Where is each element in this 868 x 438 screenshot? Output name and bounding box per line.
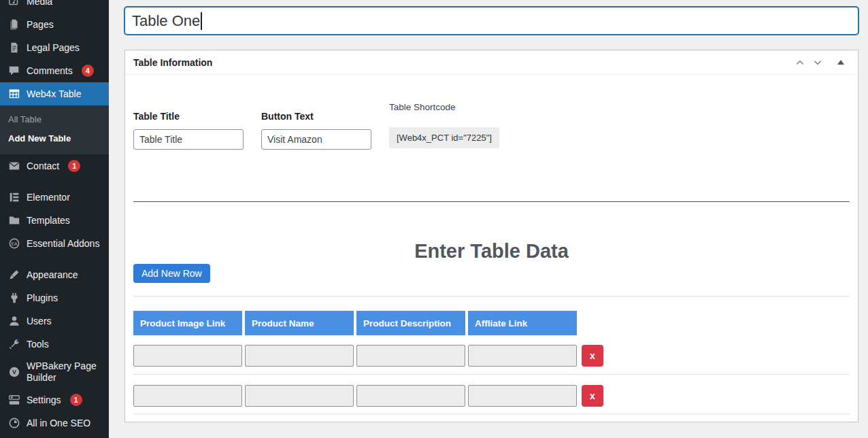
sidebar-item-label: Elementor xyxy=(27,192,70,203)
section-divider xyxy=(133,201,850,202)
column-header-affliate-link: Affliate Link xyxy=(468,311,577,335)
row-divider xyxy=(133,374,850,375)
main-content: Table One Table Information Table Tit xyxy=(109,0,868,438)
table-title-input[interactable] xyxy=(133,129,244,150)
sidebar-subitem-all-table[interactable]: All Table xyxy=(0,110,109,129)
sidebar-item-appearance[interactable]: Appearance xyxy=(0,263,109,286)
web4x-table-submenu: All Table Add New Table xyxy=(0,105,109,154)
triangle-up-icon xyxy=(837,60,844,65)
templates-folder-icon xyxy=(8,214,20,226)
table-header-row: Product Image Link Product Name Product … xyxy=(133,311,850,335)
sidebar-item-label: Contact xyxy=(27,161,59,172)
settings-count-badge: 1 xyxy=(70,394,82,406)
row1-product-description-input[interactable] xyxy=(356,345,465,367)
sidebar-item-label: Plugins xyxy=(27,292,58,304)
legal-pages-icon xyxy=(8,41,20,54)
essential-addons-icon: EA xyxy=(8,237,20,250)
users-icon xyxy=(8,315,20,327)
pages-icon xyxy=(8,18,20,31)
settings-fields: Table Title Button Text Table Shortcode … xyxy=(133,111,850,150)
row2-product-description-input[interactable] xyxy=(356,385,465,407)
table-row: x xyxy=(133,385,850,407)
shortcode-label: Table Shortcode xyxy=(389,102,499,113)
table-row: x xyxy=(133,345,850,367)
table-icon xyxy=(8,88,20,100)
table-top-divider xyxy=(133,296,850,297)
sidebar-item-contact[interactable]: Contact 1 xyxy=(0,154,109,178)
text-caret xyxy=(201,12,202,30)
elementor-icon xyxy=(8,191,20,203)
sidebar-item-settings[interactable]: Settings 1 xyxy=(0,388,109,411)
sidebar-item-essential-addons[interactable]: EA Essential Addons xyxy=(0,232,109,255)
row2-product-image-link-input[interactable] xyxy=(133,385,242,407)
sidebar-item-elementor[interactable]: Elementor xyxy=(0,186,109,209)
contact-icon xyxy=(8,160,20,172)
settings-icon xyxy=(8,394,20,406)
sidebar-item-label: Essential Addons xyxy=(27,238,99,250)
sidebar-item-all-in-one-seo[interactable]: All in One SEO xyxy=(0,411,109,435)
sidebar-item-web4x-table[interactable]: Web4x Table xyxy=(0,82,109,105)
delete-row-button[interactable]: x xyxy=(582,385,603,407)
sidebar-item-label: Media xyxy=(27,0,52,7)
row1-affliate-link-input[interactable] xyxy=(468,345,577,367)
media-icon xyxy=(8,0,20,7)
row2-affliate-link-input[interactable] xyxy=(468,385,577,407)
admin-sidebar: Media Pages Legal Pages Comments 4 Web4x… xyxy=(0,0,109,438)
move-panel-up-button[interactable] xyxy=(791,54,809,71)
button-text-field: Button Text xyxy=(261,111,371,150)
row1-product-name-input[interactable] xyxy=(245,345,354,367)
svg-text:EA: EA xyxy=(11,241,18,246)
chevron-up-icon xyxy=(794,56,806,69)
sidebar-item-pages[interactable]: Pages xyxy=(0,13,109,36)
column-header-product-name: Product Name xyxy=(245,311,354,335)
add-new-row-button[interactable]: Add New Row xyxy=(133,264,210,283)
panel-title: Table Information xyxy=(133,57,212,68)
move-panel-down-button[interactable] xyxy=(809,54,827,71)
comments-icon xyxy=(8,65,20,77)
toggle-panel-button[interactable] xyxy=(832,54,850,71)
column-header-product-description: Product Description xyxy=(356,311,465,335)
row1-product-image-link-input[interactable] xyxy=(133,345,242,367)
sidebar-item-comments[interactable]: Comments 4 xyxy=(0,59,109,82)
post-title-input[interactable]: Table One xyxy=(124,7,858,35)
sidebar-item-label: Comments xyxy=(27,65,73,77)
wpbakery-icon: V xyxy=(8,366,20,378)
sidebar-item-label: Templates xyxy=(27,215,70,226)
sidebar-subitem-add-new-table[interactable]: Add New Table xyxy=(0,129,109,148)
sidebar-item-media[interactable]: Media xyxy=(0,0,109,13)
sidebar-item-legal-pages[interactable]: Legal Pages xyxy=(0,36,109,59)
panel-header: Table Information xyxy=(125,50,858,75)
post-title-text: Table One xyxy=(132,12,200,30)
shortcode-value: [Web4x_PCT id="7225"] xyxy=(389,127,499,148)
row2-product-name-input[interactable] xyxy=(245,385,354,407)
sidebar-item-label: Settings xyxy=(27,394,61,406)
row-divider xyxy=(133,414,850,414)
svg-text:V: V xyxy=(12,369,16,375)
comments-count-badge: 4 xyxy=(82,65,94,77)
sidebar-item-label: Pages xyxy=(27,19,54,31)
sidebar-item-wpbakery[interactable]: V WPBakery Page Builder xyxy=(0,356,109,388)
sidebar-item-plugins[interactable]: Plugins xyxy=(0,286,109,309)
aioseo-icon xyxy=(8,417,20,429)
tools-wrench-icon xyxy=(8,338,20,350)
menu-separator xyxy=(0,178,109,186)
sidebar-item-label: All in One SEO xyxy=(27,418,90,429)
table-data-heading: Enter Table Data xyxy=(133,239,850,263)
sidebar-item-users[interactable]: Users xyxy=(0,309,109,333)
sidebar-item-label: Legal Pages xyxy=(27,42,80,54)
sidebar-item-tools[interactable]: Tools xyxy=(0,333,109,356)
appearance-brush-icon xyxy=(8,269,20,281)
table-title-field: Table Title xyxy=(133,111,244,150)
button-text-input[interactable] xyxy=(261,129,371,150)
chevron-down-icon xyxy=(812,56,824,69)
plugins-icon xyxy=(8,292,20,304)
menu-separator xyxy=(0,255,109,263)
panel-body: Table Title Button Text Table Shortcode … xyxy=(125,111,858,425)
sidebar-item-label: WPBakery Page Builder xyxy=(27,360,101,384)
sidebar-item-label: Appearance xyxy=(27,269,78,281)
delete-row-button[interactable]: x xyxy=(582,345,603,367)
sidebar-item-templates[interactable]: Templates xyxy=(0,209,109,232)
column-header-product-image-link: Product Image Link xyxy=(133,311,242,335)
contact-count-badge: 1 xyxy=(68,160,80,172)
sidebar-item-label: Web4x Table xyxy=(27,88,81,100)
